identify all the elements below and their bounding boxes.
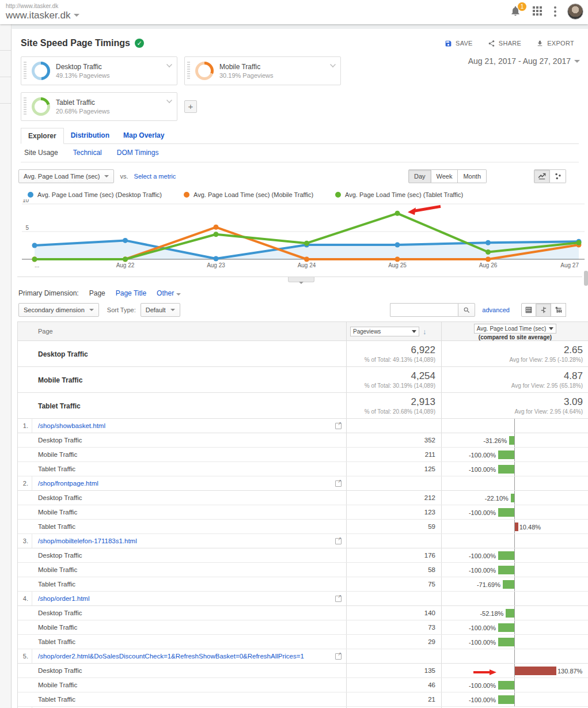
chevron-down-icon[interactable] — [166, 62, 172, 67]
legend-item: Avg. Page Load Time (sec) (Tablet Traffi… — [335, 191, 463, 198]
external-link-icon[interactable] — [335, 423, 342, 429]
row-number: 1. — [18, 419, 32, 433]
overflow-menu-icon[interactable] — [553, 6, 557, 17]
segment-name: Tablet Traffic — [56, 99, 110, 107]
external-link-icon[interactable] — [335, 596, 342, 602]
chevron-down-icon[interactable] — [166, 97, 172, 103]
external-link-icon[interactable] — [335, 538, 342, 544]
collapsed-sidebar[interactable] — [0, 24, 12, 708]
chevron-down-icon — [89, 309, 94, 311]
sort-direction-icon[interactable]: ↓ — [423, 327, 427, 336]
page-url-link[interactable]: /shop/mobiltelefon-171183s1.html — [38, 537, 137, 544]
pivot-view-toggle[interactable] — [551, 303, 566, 317]
dimension-option-other[interactable]: Other — [157, 289, 181, 297]
negative-change-bar — [498, 566, 514, 574]
segment-card-desktop-traffic[interactable]: Desktop Traffic49.13% Pageviews — [21, 56, 177, 85]
subtab-dom-timings[interactable]: DOM Timings — [117, 149, 159, 157]
page-url-link[interactable]: /shop/order1.html — [38, 595, 90, 602]
row-number: 5. — [18, 649, 32, 663]
select-metric-link[interactable]: Select a metric — [134, 173, 176, 180]
summary-pageviews-value: 4,254 — [347, 367, 441, 382]
line-chart-toggle[interactable] — [534, 169, 550, 183]
table-header-row: Page Pageviews ↓ Avg. Page Load Time (se… — [18, 322, 588, 341]
pageviews-column-dropdown[interactable]: Pageviews — [350, 327, 419, 336]
segment-card-tablet-traffic[interactable]: Tablet Traffic20.68% Pageviews — [21, 92, 177, 121]
change-percent-label: -100.00% — [469, 466, 496, 473]
granularity-month[interactable]: Month — [458, 169, 487, 183]
tab-explorer[interactable]: Explorer — [21, 128, 64, 144]
negative-change-bar — [498, 623, 514, 632]
granularity-day[interactable]: Day — [408, 169, 431, 183]
row-number: 3. — [18, 534, 32, 548]
table-subrow: Desktop Traffic212-22.10% — [18, 491, 588, 505]
timeseries-chart[interactable]: 510...Aug 22Aug 23Aug 24Aug 25Aug 26Aug … — [17, 199, 582, 277]
drag-handle-icon[interactable] — [24, 62, 26, 80]
external-link-icon[interactable] — [335, 653, 342, 660]
scrollbar-thumb[interactable] — [584, 271, 588, 286]
share-button[interactable]: SHARE — [488, 40, 521, 47]
search-input[interactable] — [390, 303, 458, 317]
advanced-search-link[interactable]: advanced — [482, 306, 510, 313]
tab-map-overlay[interactable]: Map Overlay — [116, 128, 171, 143]
granularity-week[interactable]: Week — [431, 169, 458, 183]
metric-column-subtitle: (compared to site average) — [442, 334, 588, 340]
add-segment-button[interactable]: + — [184, 100, 197, 113]
subrow-label: Desktop Traffic — [32, 548, 346, 562]
dimension-option-page-title[interactable]: Page Title — [116, 289, 146, 297]
segment-card-mobile-traffic[interactable]: Mobile Traffic30.19% Pageviews — [184, 56, 341, 85]
subrow-pageviews: 58 — [346, 563, 441, 577]
drag-handle-icon[interactable] — [187, 62, 190, 80]
page-url-link[interactable]: /shop/order2.html&DoSalesDiscountCheck=1… — [38, 653, 304, 660]
summary-metric-value: 3.09 — [442, 393, 588, 408]
bar-axis-line — [514, 592, 515, 605]
metric-column-dropdown[interactable]: Avg. Page Load Time (sec) — [474, 324, 556, 334]
annotations-drawer-toggle[interactable] — [288, 277, 314, 282]
metric-dropdown[interactable]: Avg. Page Load Time (sec) — [18, 169, 114, 183]
notifications-button[interactable]: 1 — [510, 5, 522, 18]
table-subrow: Desktop Traffic140-52.18% — [18, 606, 588, 620]
motion-chart-toggle[interactable] — [550, 169, 566, 183]
save-button[interactable]: SAVE — [445, 40, 473, 47]
data-view-toggle[interactable] — [521, 303, 536, 317]
page-url-link[interactable]: /shop/showbasket.html — [38, 422, 105, 429]
table-subrow: Tablet Traffic5910.48% — [18, 520, 588, 534]
sort-type-label: Sort Type: — [107, 306, 136, 313]
bar-axis-line — [514, 635, 515, 649]
chevron-down-icon — [412, 330, 416, 333]
annotation-arrow — [408, 206, 441, 215]
page-url-link[interactable]: /shop/frontpage.html — [38, 480, 98, 487]
change-percent-label: 130.87% — [557, 668, 582, 675]
subtab-site-usage[interactable]: Site Usage — [24, 149, 58, 157]
account-selector[interactable]: www.itasker.dk — [6, 10, 79, 21]
drag-handle-icon[interactable] — [24, 97, 26, 116]
bar-axis-line — [514, 462, 515, 476]
table-row: 1./shop/showbasket.html — [18, 419, 588, 433]
tab-distribution[interactable]: Distribution — [64, 128, 116, 143]
svg-text:Aug 22: Aug 22 — [116, 262, 135, 268]
secondary-dimension-dropdown[interactable]: Secondary dimension — [18, 303, 99, 317]
table-subrow: Tablet Traffic21-100.00% — [18, 692, 588, 707]
export-button[interactable]: EXPORT — [536, 40, 574, 47]
comparison-view-toggle[interactable] — [536, 303, 551, 317]
bar-axis-line — [514, 491, 515, 505]
metric-dropdown-label: Avg. Page Load Time (sec) — [24, 173, 100, 180]
apps-grid-icon[interactable] — [533, 6, 543, 17]
search-button[interactable] — [458, 303, 475, 317]
chevron-down-icon — [574, 60, 580, 63]
negative-change-bar — [498, 551, 514, 560]
chevron-down-icon[interactable] — [330, 62, 336, 67]
dimension-option-page[interactable]: Page — [89, 289, 105, 297]
change-percent-label: 10.48% — [519, 524, 541, 531]
granularity-buttons: DayWeekMonth — [408, 169, 487, 183]
date-range-selector[interactable]: Aug 21, 2017 - Aug 27, 2017 — [468, 56, 580, 66]
column-header-page: Page — [32, 322, 346, 340]
change-percent-label: -52.18% — [480, 610, 503, 617]
avatar[interactable] — [567, 3, 583, 20]
external-link-icon[interactable] — [335, 480, 342, 487]
annotation-arrow — [473, 669, 496, 673]
sort-type-dropdown[interactable]: Default — [141, 303, 180, 317]
subtab-technical[interactable]: Technical — [73, 149, 102, 157]
export-label: EXPORT — [547, 40, 574, 47]
segment-subtitle: 30.19% Pageviews — [219, 72, 274, 79]
bar-axis-line — [514, 563, 515, 577]
